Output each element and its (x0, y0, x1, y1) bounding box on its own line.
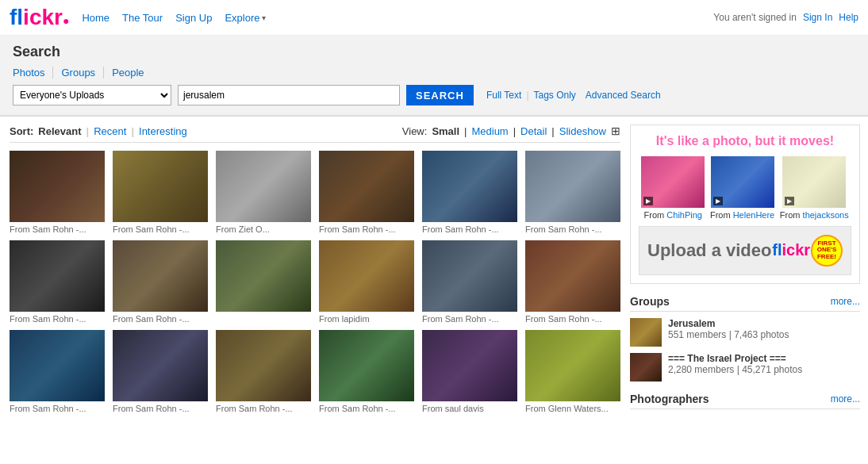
promo-user-link[interactable]: HelenHere (733, 210, 775, 220)
group-name[interactable]: Jerusalem (668, 318, 789, 329)
group-name[interactable]: === The Israel Project === (668, 353, 802, 364)
promo-photos: ▶ From ChihPing ▶ From HelenHere (639, 156, 851, 220)
sort-relevant[interactable]: Relevant (38, 125, 81, 137)
list-item: From Sam Rohn -... (525, 240, 620, 324)
list-item: From Sam Rohn -... (113, 330, 208, 413)
photo-caption: From lapidim (319, 314, 414, 324)
nav-tour[interactable]: The Tour (122, 12, 163, 24)
play-icon: ▶ (713, 197, 723, 205)
promo-from: From HelenHere (710, 210, 774, 220)
help-link[interactable]: Help (839, 12, 858, 23)
view-settings-icon[interactable]: ⊞ (611, 125, 620, 137)
explore-arrow-icon: ▾ (262, 13, 266, 22)
promo-user-link[interactable]: ChihPing (666, 210, 702, 220)
groups-more-link[interactable]: more... (831, 296, 860, 307)
advanced-search-link[interactable]: Advanced Search (586, 90, 661, 101)
view-detail[interactable]: Detail (520, 125, 547, 137)
search-tab-photos[interactable]: Photos (13, 67, 53, 79)
promo-from: From ChihPing (644, 210, 702, 220)
groups-section: Groups more... Jerusalem 551 members | 7… (630, 295, 860, 382)
list-item: From Sam Rohn -... (319, 330, 414, 413)
sort-recent[interactable]: Recent (94, 125, 126, 137)
search-section: Search Photos Groups People Everyone's U… (0, 36, 868, 117)
list-item: From Sam Rohn -... (10, 240, 105, 324)
view-medium[interactable]: Medium (471, 125, 508, 137)
search-button[interactable]: SEARCH (406, 85, 474, 105)
nav-explore[interactable]: Explore ▾ (225, 12, 265, 24)
logo-area: flickr● Home The Tour Sign Up Explore ▾ (10, 5, 266, 30)
photo-thumbnail[interactable] (422, 240, 517, 312)
photographers-more-link[interactable]: more... (831, 393, 860, 405)
photo-caption: From Sam Rohn -... (525, 224, 620, 234)
promo-thumbnail[interactable]: ▶ (641, 156, 705, 208)
search-options: Full Text | Tags Only Advanced Search (486, 90, 661, 101)
upload-video-box: Upload a video flickr FIRSTONE'SFREE! (639, 226, 851, 275)
play-icon: ▶ (643, 197, 653, 205)
photo-thumbnail[interactable] (10, 330, 105, 401)
photo-grid: From Sam Rohn -... From Sam Rohn -... Fr… (10, 151, 620, 413)
groups-title: Groups (630, 295, 670, 308)
sign-in-link[interactable]: Sign In (803, 12, 832, 23)
photo-thumbnail[interactable] (525, 240, 620, 312)
list-item: From saul davis (422, 330, 517, 413)
view-label: View: (402, 125, 428, 137)
main: Sort: Relevant | Recent | Interesting Vi… (0, 117, 868, 421)
photo-thumbnail[interactable] (422, 330, 517, 401)
nav-home[interactable]: Home (82, 12, 109, 24)
sort-pipe-2: | (131, 125, 134, 137)
list-item: From Glenn Waters... (525, 330, 620, 413)
nav-signup[interactable]: Sign Up (175, 12, 212, 24)
photo-thumbnail[interactable] (113, 240, 208, 312)
view-pipe-2: | (513, 125, 516, 137)
search-scope-dropdown[interactable]: Everyone's UploadsYour Photos Only (13, 85, 171, 105)
group-stats: 551 members | 7,463 photos (668, 329, 789, 340)
groups-header: Groups more... (630, 295, 860, 312)
photo-thumbnail[interactable] (216, 151, 311, 222)
photo-thumbnail[interactable] (319, 330, 414, 401)
tags-only-link[interactable]: Tags Only (534, 90, 576, 101)
photo-caption: From Sam Rohn -... (422, 224, 517, 234)
view-small[interactable]: Small (432, 125, 459, 137)
photo-thumbnail[interactable] (319, 151, 414, 222)
photo-thumbnail[interactable] (319, 240, 414, 312)
group-thumbnail[interactable] (630, 318, 662, 347)
photo-thumbnail[interactable] (113, 330, 208, 401)
group-info: Jerusalem 551 members | 7,463 photos (668, 318, 789, 340)
photo-thumbnail[interactable] (216, 330, 311, 401)
upload-video-text[interactable]: Upload a video (647, 240, 771, 261)
photo-caption: From Sam Rohn -... (319, 224, 414, 234)
promo-thumbnail[interactable]: ▶ (782, 156, 846, 208)
group-stats: 2,280 members | 45,271 photos (668, 364, 802, 375)
user-status-text: You aren't signed in (713, 12, 797, 23)
search-input[interactable] (178, 85, 400, 105)
photo-thumbnail[interactable] (525, 151, 620, 222)
photo-caption: From Ziet O... (216, 224, 311, 234)
photo-caption: From Sam Rohn -... (216, 404, 311, 413)
sidebar: It's like a photo, but it moves! ▶ From … (630, 125, 860, 413)
photo-thumbnail[interactable] (113, 151, 208, 222)
photographers-section: Photographers more... (630, 393, 860, 409)
photo-caption: From Sam Rohn -... (319, 404, 414, 413)
photo-thumbnail[interactable] (216, 240, 311, 312)
promo-user-link[interactable]: thejacksons (803, 210, 849, 220)
full-text-link[interactable]: Full Text (486, 90, 521, 101)
photo-thumbnail[interactable] (525, 330, 620, 401)
list-item: From lapidim (319, 240, 414, 324)
promo-photo-item: ▶ From ChihPing (641, 156, 705, 220)
list-item: From Sam Rohn -... (319, 151, 414, 234)
search-tab-people[interactable]: People (104, 67, 152, 79)
photo-thumbnail[interactable] (422, 151, 517, 222)
view-slideshow[interactable]: Slideshow (559, 125, 606, 137)
photo-caption: From Sam Rohn -... (422, 314, 517, 324)
sort-interesting[interactable]: Interesting (139, 125, 187, 137)
sort-label: Sort: (10, 125, 33, 137)
sort-pipe-1: | (86, 125, 90, 137)
sort-area: Sort: Relevant | Recent | Interesting (10, 125, 187, 137)
promo-thumbnail[interactable]: ▶ (711, 156, 774, 208)
user-area: You aren't signed in Sign In Help (713, 12, 858, 23)
flickr-logo[interactable]: flickr● (10, 5, 69, 30)
photo-thumbnail[interactable] (10, 240, 105, 312)
group-thumbnail[interactable] (630, 353, 662, 382)
search-tab-groups[interactable]: Groups (53, 67, 104, 79)
photo-thumbnail[interactable] (10, 151, 105, 222)
